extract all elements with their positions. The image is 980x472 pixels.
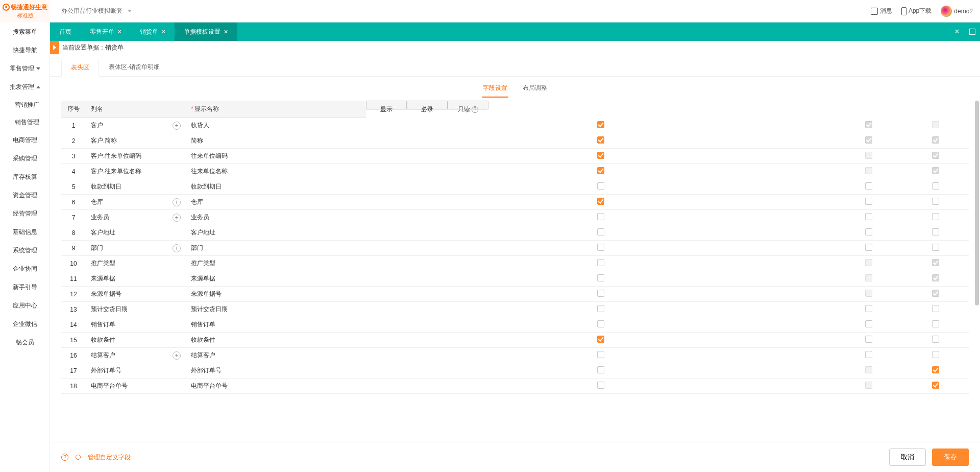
expand-panel-button[interactable] [50, 41, 59, 54]
checkbox[interactable] [597, 320, 604, 327]
checkbox[interactable] [865, 198, 872, 205]
cell-display-name[interactable]: 收款到期日 [186, 179, 366, 195]
checkbox[interactable] [865, 351, 872, 358]
checkbox[interactable] [597, 198, 604, 205]
checkbox[interactable] [932, 336, 939, 343]
sidebar-item-3[interactable]: 批发管理 [0, 78, 50, 96]
expand-column-button[interactable]: + [173, 244, 181, 252]
inner-tab-1[interactable]: 布局调整 [522, 82, 548, 98]
account-selector[interactable]: 办公用品行业模拟账套 [61, 7, 132, 15]
checkbox[interactable] [932, 244, 939, 251]
section-tab-1[interactable]: 表体区-销货单明细 [99, 58, 169, 76]
checkbox[interactable] [932, 366, 939, 373]
messages-button[interactable]: 消息 [871, 7, 892, 15]
cell-display-name[interactable]: 收款条件 [186, 333, 366, 348]
sidebar-item-11[interactable]: 企业协同 [0, 259, 50, 278]
cell-display-name[interactable]: 推广类型 [186, 256, 366, 271]
checkbox[interactable] [597, 244, 604, 251]
expand-column-button[interactable]: + [173, 198, 181, 206]
sidebar-item-0[interactable]: 搜索菜单 [0, 22, 50, 41]
cell-display-name[interactable]: 外部订单号 [186, 363, 366, 379]
checkbox[interactable] [597, 382, 604, 389]
cell-display-name[interactable]: 客户地址 [186, 225, 366, 241]
checkbox[interactable] [597, 305, 604, 312]
checkbox[interactable] [597, 136, 604, 144]
expand-column-button[interactable]: + [173, 351, 181, 360]
checkbox[interactable] [597, 351, 604, 358]
cell-display-name[interactable]: 简称 [186, 133, 366, 149]
question-icon[interactable]: ? [61, 454, 68, 461]
checkbox[interactable] [865, 213, 872, 220]
cell-display-name[interactable]: 往来单位名称 [186, 164, 366, 179]
help-icon[interactable]: ? [472, 106, 478, 113]
checkbox[interactable] [597, 121, 604, 128]
cell-display-name[interactable]: 结算客户 [186, 348, 366, 363]
tab-2[interactable]: 销货单× [131, 22, 175, 41]
sidebar-item-7[interactable]: 资金管理 [0, 186, 50, 204]
sidebar-item-5[interactable]: 采购管理 [0, 149, 50, 168]
sidebar-item-8[interactable]: 经营管理 [0, 204, 50, 223]
cell-display-name[interactable]: 来源单据号 [186, 287, 366, 302]
checkbox[interactable] [597, 290, 604, 297]
sidebar-subitem-3-0[interactable]: 营销推广 [0, 96, 50, 113]
section-tab-0[interactable]: 表头区 [61, 59, 99, 77]
sidebar-item-4[interactable]: 电商管理 [0, 131, 50, 149]
checkbox[interactable] [597, 152, 604, 159]
checkbox[interactable] [597, 182, 604, 190]
checkbox[interactable] [597, 228, 604, 235]
checkbox[interactable] [932, 198, 939, 205]
user-menu[interactable]: demo2 [941, 6, 973, 17]
checkbox[interactable] [932, 320, 939, 327]
checkbox[interactable] [865, 336, 872, 343]
checkbox[interactable] [865, 244, 872, 251]
checkbox[interactable] [932, 228, 939, 235]
cell-display-name[interactable]: 来源单据 [186, 271, 366, 287]
tab-1[interactable]: 零售开单× [81, 22, 131, 41]
checkbox[interactable] [865, 228, 872, 235]
checkbox[interactable] [597, 167, 604, 174]
save-button[interactable]: 保存 [932, 449, 969, 466]
sidebar-item-9[interactable]: 基础信息 [0, 223, 50, 241]
checkbox[interactable] [932, 182, 939, 190]
sidebar-item-6[interactable]: 库存核算 [0, 168, 50, 186]
tab-close-icon[interactable]: × [224, 28, 228, 35]
sidebar-item-14[interactable]: 企业微信 [0, 315, 50, 333]
sidebar-item-12[interactable]: 新手引导 [0, 278, 50, 296]
sidebar-item-1[interactable]: 快捷导航 [0, 41, 50, 59]
sidebar-item-15[interactable]: 畅会员 [0, 333, 50, 351]
checkbox[interactable] [932, 351, 939, 358]
manage-custom-fields-link[interactable]: 管理自定义字段 [88, 453, 131, 462]
sidebar-subitem-3-1[interactable]: 销售管理 [0, 113, 50, 131]
close-all-tabs-button[interactable]: × [949, 22, 965, 41]
checkbox[interactable] [597, 336, 604, 343]
fullscreen-button[interactable] [965, 22, 980, 41]
expand-column-button[interactable]: + [173, 214, 181, 222]
checkbox[interactable] [597, 366, 604, 373]
cell-display-name[interactable]: 往来单位编码 [186, 149, 366, 164]
scrollbar-thumb[interactable] [975, 101, 979, 305]
scrollbar-vertical[interactable] [975, 101, 979, 442]
sidebar-item-2[interactable]: 零售管理 [0, 59, 50, 78]
sidebar-item-10[interactable]: 系统管理 [0, 241, 50, 259]
checkbox[interactable] [865, 182, 872, 190]
cell-display-name[interactable]: 业务员 [186, 210, 366, 225]
cell-display-name[interactable]: 电商平台单号 [186, 379, 366, 394]
cell-display-name[interactable]: 销售订单 [186, 317, 366, 333]
tab-close-icon[interactable]: × [161, 28, 165, 35]
tab-close-icon[interactable]: × [117, 28, 121, 35]
cell-display-name[interactable]: 部门 [186, 241, 366, 256]
tab-0[interactable]: 首页 [50, 22, 81, 41]
cell-display-name[interactable]: 预计交货日期 [186, 302, 366, 317]
checkbox[interactable] [932, 213, 939, 220]
checkbox[interactable] [865, 305, 872, 312]
checkbox[interactable] [597, 259, 604, 266]
cell-display-name[interactable]: 仓库 [186, 195, 366, 210]
cancel-button[interactable]: 取消 [889, 449, 926, 466]
checkbox[interactable] [932, 382, 939, 389]
checkbox[interactable] [597, 213, 604, 220]
expand-column-button[interactable]: + [173, 122, 181, 130]
inner-tab-0[interactable]: 字段设置 [482, 82, 508, 98]
cell-display-name[interactable]: 收货人 [186, 118, 366, 133]
checkbox[interactable] [597, 274, 604, 281]
sidebar-item-13[interactable]: 应用中心 [0, 296, 50, 315]
